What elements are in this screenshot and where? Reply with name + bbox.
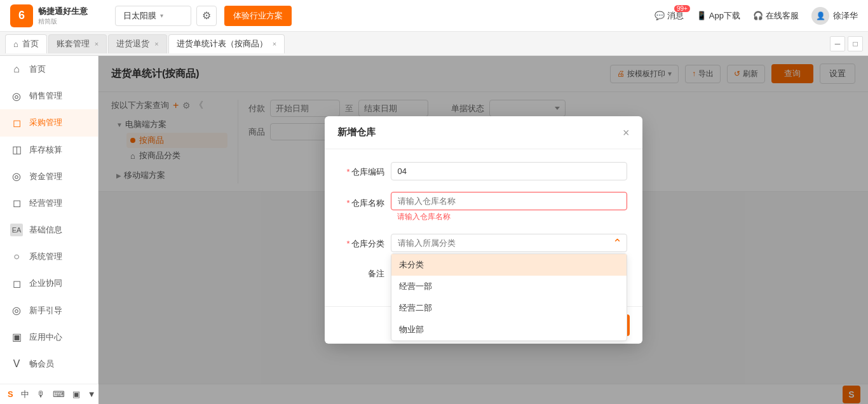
content-area: 进货单统计(按商品) 🖨 按模板打印 ▾ ↑ 导出 ↺ 刷新 查询 设置 [98, 56, 868, 404]
member-icon: V [10, 358, 23, 370]
dropdown-item-dept1[interactable]: 经营一部 [391, 276, 627, 297]
tab-purchase-return[interactable]: 进货退货 × [108, 34, 166, 53]
sidebar-home-label: 首页 [29, 64, 46, 75]
sidebar-system-label: 系统管理 [29, 251, 62, 262]
modal-overlay: 新增仓库 × 仓库编码 仓库名称 请输入仓库名 [98, 56, 868, 404]
tab-minimize-btn[interactable]: ─ [830, 36, 845, 51]
sidebar-item-app-center[interactable]: ▣ 应用中心 [0, 324, 98, 351]
sidebar-enterprise-label: 企业协同 [29, 278, 62, 289]
sidebar-item-inventory[interactable]: ◫ 库存核算 [0, 137, 98, 163]
bottom-keyboard-icon[interactable]: ⌨ [53, 389, 65, 399]
bottom-speaker-icon[interactable]: ▼ [88, 389, 96, 399]
sidebar-item-system[interactable]: ○ 系统管理 [0, 243, 98, 270]
tab-purchase-stat-close[interactable]: × [273, 40, 276, 48]
sidebar-funds-label: 资金管理 [29, 171, 62, 182]
tab-accounts-close[interactable]: × [95, 40, 98, 48]
sidebar-sales-label: 销售管理 [29, 90, 62, 102]
store-dropdown-arrow: ▾ [160, 12, 163, 19]
operations-icon: ◻ [10, 197, 23, 210]
notification-badge: 99+ [674, 5, 690, 12]
tab-bar: ⌂ 首页 账套管理 × 进货退货 × 进货单统计表（按商品） × ─ □ [0, 32, 868, 56]
sidebar-member-label: 畅会员 [29, 358, 54, 370]
online-service-link[interactable]: 🎧 在线客服 [753, 10, 799, 22]
experience-btn[interactable]: 体验行业方案 [224, 6, 292, 26]
online-service-label: 在线客服 [766, 10, 799, 22]
warehouse-code-input[interactable] [391, 162, 627, 180]
sidebar-item-sales[interactable]: ◎ 销售管理 [0, 83, 98, 109]
dropdown-item-dept2[interactable]: 经营二部 [391, 297, 627, 319]
app-center-icon: ▣ [10, 331, 23, 344]
tab-home[interactable]: ⌂ 首页 [5, 34, 47, 53]
code-label: 仓库编码 [340, 162, 391, 178]
enterprise-icon: ◻ [10, 277, 23, 290]
funds-icon: ◎ [10, 170, 23, 183]
app-download-link[interactable]: 📱 App下载 [696, 10, 740, 22]
tab-controls: ─ □ [830, 36, 863, 51]
home-nav-icon: ⌂ [10, 63, 23, 76]
sidebar: ⌂ 首页 ◎ 销售管理 ◻ 采购管理 ◫ 库存核算 ◎ 资金管理 ◻ 经营管理 … [0, 56, 98, 404]
guide-icon: ◎ [10, 304, 23, 317]
store-selector[interactable]: 日太阳膜 ▾ [115, 6, 191, 26]
system-icon: ○ [10, 250, 23, 263]
bottom-mic-icon[interactable]: 🎙 [37, 389, 45, 399]
tab-purchase-stat-label: 进货单统计表（按商品） [177, 38, 268, 50]
sidebar-item-enterprise[interactable]: ◻ 企业协同 [0, 270, 98, 297]
purchase-icon: ◻ [10, 116, 23, 129]
sidebar-inventory-label: 库存核算 [29, 144, 62, 156]
store-name: 日太阳膜 [123, 10, 156, 22]
sidebar-item-basic-info[interactable]: EA 基础信息 [0, 217, 98, 243]
tab-accounts[interactable]: 账套管理 × [48, 34, 107, 53]
bottom-display-icon[interactable]: ▣ [72, 389, 80, 399]
form-row-category: 仓库分类 ⌃ 未分类 经营一部 经营二部 物业部 [340, 234, 627, 252]
form-row-code: 仓库编码 [340, 162, 627, 180]
bottom-chinese-icon[interactable]: 中 [21, 389, 29, 400]
username-label: 徐泽华 [833, 10, 858, 22]
phone-icon: 📱 [696, 11, 707, 20]
name-error-message: 请输入仓库名称 [397, 212, 451, 222]
main-layout: ⌂ 首页 ◎ 销售管理 ◻ 采购管理 ◫ 库存核算 ◎ 资金管理 ◻ 经营管理 … [0, 56, 868, 404]
tab-purchase-return-label: 进货退货 [116, 38, 149, 50]
sidebar-item-guide[interactable]: ◎ 新手引导 [0, 297, 98, 324]
bottom-s-logo[interactable]: S [8, 389, 13, 399]
message-notification[interactable]: 💬 消息 99+ [654, 10, 684, 22]
user-profile[interactable]: 👤 徐泽华 [811, 7, 858, 25]
category-dropdown-toggle[interactable]: ⌃ [613, 236, 622, 250]
home-icon: ⌂ [13, 39, 18, 49]
settings-gear-button[interactable]: ⚙ [196, 6, 217, 26]
app-name-text: 畅捷通好生意 精简版 [38, 6, 88, 26]
tab-purchase-stat[interactable]: 进货单统计表（按商品） × [168, 34, 285, 53]
sidebar-guide-label: 新手引导 [29, 305, 62, 316]
avatar: 👤 [811, 7, 829, 25]
sidebar-basic-info-label: 基础信息 [29, 224, 62, 236]
top-header: 6 畅捷通好生意 精简版 日太阳膜 ▾ ⚙ 体验行业方案 💬 消息 99+ 📱 … [0, 0, 868, 32]
sidebar-item-purchase[interactable]: ◻ 采购管理 [0, 109, 98, 136]
basic-info-icon: EA [10, 224, 23, 236]
tab-purchase-return-close[interactable]: × [154, 40, 158, 48]
modal-close-btn[interactable]: × [623, 127, 630, 138]
dropdown-item-unclassified[interactable]: 未分类 [391, 254, 627, 276]
tab-maximize-btn[interactable]: □ [848, 36, 863, 51]
app-download-label: App下载 [709, 10, 740, 22]
name-label: 仓库名称 [340, 193, 391, 209]
modal-title: 新增仓库 [337, 126, 376, 138]
logo-area: 6 畅捷通好生意 精简版 [10, 4, 109, 27]
sidebar-item-operations[interactable]: ◻ 经营管理 [0, 190, 98, 217]
app-logo-icon: 6 [10, 4, 33, 27]
warehouse-name-input[interactable] [391, 192, 627, 210]
sidebar-app-center-label: 应用中心 [29, 332, 62, 343]
headset-icon: 🎧 [753, 11, 763, 20]
dropdown-item-dept3[interactable]: 物业部 [391, 319, 627, 340]
sidebar-item-funds[interactable]: ◎ 资金管理 [0, 163, 98, 190]
sidebar-operations-label: 经营管理 [29, 198, 62, 209]
remark-label: 备注 [340, 264, 391, 279]
tab-home-label: 首页 [22, 38, 39, 50]
category-dropdown-list: 未分类 经营一部 经营二部 物业部 [391, 253, 627, 341]
warehouse-category-input[interactable] [391, 234, 627, 252]
sidebar-purchase-label: 采购管理 [29, 117, 62, 128]
modal-body: 仓库编码 仓库名称 请输入仓库名称 仓库分类 [325, 149, 642, 306]
modal-header: 新增仓库 × [325, 116, 642, 149]
category-input-wrap: ⌃ 未分类 经营一部 经营二部 物业部 [391, 234, 627, 252]
sidebar-item-member[interactable]: V 畅会员 [0, 351, 98, 377]
modal-add-warehouse: 新增仓库 × 仓库编码 仓库名称 请输入仓库名 [325, 116, 642, 344]
sidebar-item-home[interactable]: ⌂ 首页 [0, 56, 98, 83]
